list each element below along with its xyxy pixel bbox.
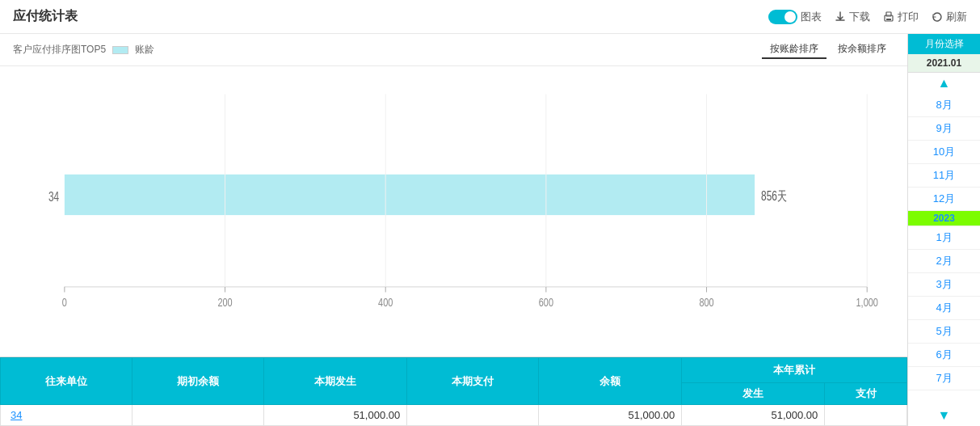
download-label: 下载 [849, 10, 870, 24]
unit-link[interactable]: 34 [11, 409, 22, 421]
table-body: 34 51,000.00 51,000.00 51,000.00 [1, 405, 907, 426]
table-row: 34 51,000.00 51,000.00 51,000.00 [1, 405, 907, 426]
bar-y-label: 34 [48, 189, 59, 204]
download-action[interactable]: 下载 [835, 10, 870, 24]
sidebar-header: 月份选择 [908, 34, 980, 54]
col-year-occur: 发生 [682, 383, 825, 405]
toggle-label: 图表 [801, 10, 822, 24]
svg-text:600: 600 [539, 295, 553, 309]
chart-container: 34 856天 0 200 400 600 [0, 66, 907, 356]
sidebar-month-12[interactable]: 12月 [908, 188, 980, 211]
legend-label: 账龄 [135, 43, 154, 57]
sidebar-down-btn[interactable]: ▼ [908, 405, 980, 426]
sidebar-month-2[interactable]: 2月 [908, 250, 980, 273]
sort-by-balance-btn[interactable]: 按余额排序 [830, 40, 894, 59]
legend-color-box [112, 46, 128, 54]
svg-text:1,000: 1,000 [856, 295, 878, 309]
col-year-group: 本年累计 [682, 358, 907, 383]
cell-opening [132, 405, 264, 426]
sidebar-month-8[interactable]: 8月 [908, 94, 980, 117]
sidebar-month-5[interactable]: 5月 [908, 320, 980, 344]
sidebar-month-4[interactable]: 4月 [908, 297, 980, 320]
svg-rect-2 [886, 19, 891, 20]
bar-chart: 34 856天 0 200 400 600 [48, 73, 891, 340]
download-icon [835, 11, 846, 23]
header-actions: 图表 下载 打印 刷新 [768, 10, 967, 24]
chart-toggle[interactable] [768, 10, 797, 24]
cell-unit: 34 [1, 405, 132, 426]
col-pay: 本期支付 [407, 358, 539, 405]
sidebar-month-3[interactable]: 3月 [908, 273, 980, 297]
svg-text:800: 800 [699, 295, 713, 309]
toggle-knob [784, 11, 796, 23]
refresh-action[interactable]: 刷新 [932, 10, 967, 24]
sidebar-year-marker: 2023 [908, 211, 980, 226]
col-occur: 本期发生 [264, 358, 407, 405]
chart-area: 客户应付排序图TOP5 账龄 按账龄排序 按余额排序 34 856天 [0, 34, 907, 426]
cell-occur: 51,000.00 [264, 405, 407, 426]
chart-top-label: 客户应付排序图TOP5 [13, 43, 106, 57]
sidebar-month-6[interactable]: 6月 [908, 344, 980, 367]
cell-pay [407, 405, 539, 426]
cell-year-pay [825, 405, 907, 426]
data-table: 往来单位 期初余额 本期发生 本期支付 余额 本年累计 发生 支付 [0, 357, 907, 426]
cell-balance: 51,000.00 [539, 405, 682, 426]
sidebar-current-date: 2021.01 [908, 54, 980, 73]
cell-year-occur: 51,000.00 [682, 405, 825, 426]
chart-header: 客户应付排序图TOP5 账龄 按账龄排序 按余额排序 [0, 34, 907, 66]
page-title: 应付统计表 [13, 8, 78, 25]
table-area: 往来单位 期初余额 本期发生 本期支付 余额 本年累计 发生 支付 [0, 356, 907, 426]
chart-sort-btns: 按账龄排序 按余额排序 [762, 40, 894, 59]
sidebar-month-11[interactable]: 11月 [908, 164, 980, 188]
sidebar-up-btn[interactable]: ▲ [908, 73, 980, 94]
svg-text:400: 400 [378, 295, 393, 309]
svg-text:200: 200 [217, 295, 232, 309]
bar-end-label: 856天 [761, 188, 787, 203]
sidebar-scroll[interactable]: 8月 9月 10月 11月 12月 2023 1月 2月 3月 4月 5月 6月… [908, 94, 980, 405]
print-icon [883, 11, 894, 23]
sidebar-month-1[interactable]: 1月 [908, 226, 980, 250]
col-balance: 余额 [539, 358, 682, 405]
print-action[interactable]: 打印 [883, 10, 919, 24]
col-year-pay: 支付 [825, 383, 907, 405]
col-opening: 期初余额 [132, 358, 264, 405]
table-header-row: 往来单位 期初余额 本期发生 本期支付 余额 本年累计 [1, 358, 907, 383]
sidebar: 月份选择 2021.01 ▲ 8月 9月 10月 11月 12月 2023 1月… [907, 34, 980, 426]
sidebar-month-7[interactable]: 7月 [908, 367, 980, 390]
refresh-icon [932, 11, 943, 23]
chart-legend: 客户应付排序图TOP5 账龄 [13, 43, 154, 57]
col-unit: 往来单位 [1, 358, 132, 405]
sidebar-month-9[interactable]: 9月 [908, 117, 980, 141]
bar-rect [65, 175, 755, 215]
print-label: 打印 [898, 10, 919, 24]
main-content: 客户应付排序图TOP5 账龄 按账龄排序 按余额排序 34 856天 [0, 34, 980, 426]
svg-text:0: 0 [62, 295, 67, 309]
app-container: 应付统计表 图表 下载 打印 [0, 0, 980, 426]
header: 应付统计表 图表 下载 打印 [0, 0, 980, 34]
table-wrapper[interactable]: 往来单位 期初余额 本期发生 本期支付 余额 本年累计 发生 支付 [0, 357, 907, 426]
refresh-label: 刷新 [946, 10, 967, 24]
toggle-chart-action[interactable]: 图表 [768, 10, 822, 24]
sidebar-month-10[interactable]: 10月 [908, 141, 980, 164]
sort-by-age-btn[interactable]: 按账龄排序 [762, 40, 826, 59]
